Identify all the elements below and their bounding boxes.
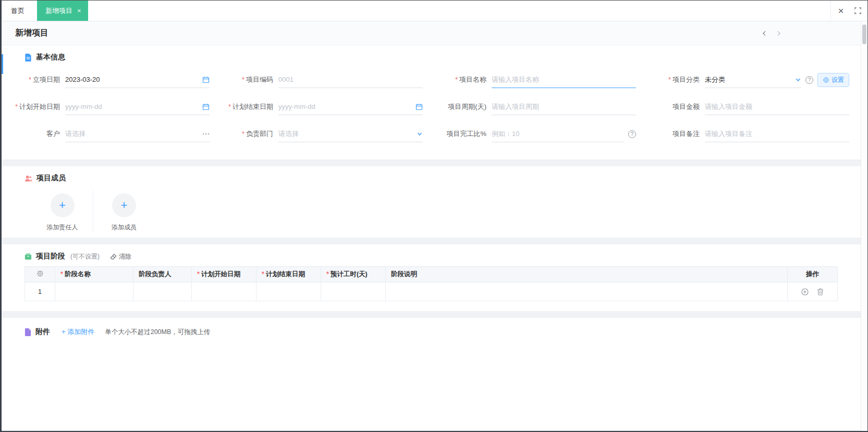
project-category-select[interactable]: 未分类 xyxy=(705,71,801,88)
window-close-icon[interactable]: × xyxy=(835,1,847,21)
basic-info-header: 基本信息 xyxy=(2,45,861,62)
customer-label: 客户 xyxy=(10,129,65,139)
stage-desc-input[interactable] xyxy=(389,285,784,299)
stage-end-input[interactable] xyxy=(260,285,317,299)
stage-end-header-label: 计划结束日期 xyxy=(262,270,305,278)
stages-title: 项目阶段 xyxy=(36,252,65,261)
project-name-input[interactable] xyxy=(492,76,636,83)
add-row-icon[interactable] xyxy=(801,288,809,295)
add-owner-button[interactable]: + xyxy=(51,193,75,217)
clear-icon xyxy=(110,253,117,260)
members-section: 项目成员 + 添加责任人 + 添加成员 xyxy=(2,166,861,238)
next-page-icon[interactable] xyxy=(776,30,782,36)
project-code-input[interactable] xyxy=(278,76,423,83)
completion-help-icon[interactable]: ? xyxy=(628,130,636,138)
tab-home[interactable]: 首页 xyxy=(2,1,34,21)
ellipsis-icon[interactable] xyxy=(202,133,210,135)
stage-hours-cell xyxy=(321,282,386,301)
project-category-value: 未分类 xyxy=(705,75,792,84)
completion-input[interactable] xyxy=(492,130,624,138)
stages-header: 项目阶段 (可不设置) 清除 xyxy=(2,244,861,261)
field-remark: 项目备注 xyxy=(650,126,849,142)
stage-table-header-row: 阶段名称 阶段负责人 计划开始日期 计划结束日期 预计工时(天) 阶段说明 操作 xyxy=(25,267,838,282)
box-icon xyxy=(25,253,32,260)
prev-page-icon[interactable] xyxy=(761,30,767,36)
chevron-down-icon[interactable] xyxy=(795,77,801,83)
stage-table-row: 1 xyxy=(25,282,838,301)
field-project-date: 立项日期 xyxy=(10,71,210,88)
project-date-input[interactable] xyxy=(65,76,199,83)
stage-end-header: 计划结束日期 xyxy=(256,267,321,282)
stage-desc-header: 阶段说明 xyxy=(386,267,788,282)
plan-end-input[interactable] xyxy=(278,103,412,110)
basic-info-title: 基本信息 xyxy=(36,53,65,62)
row-index-cell: 1 xyxy=(25,282,55,301)
clear-stages-button[interactable]: 清除 xyxy=(110,252,131,261)
plan-start-input-wrap xyxy=(65,98,210,115)
project-name-label: 项目名称 xyxy=(436,75,492,84)
tab-new-project[interactable]: 新增项目 × xyxy=(37,1,88,21)
project-date-input-wrap xyxy=(65,71,210,88)
project-code-label: 项目编码 xyxy=(223,75,278,84)
gear-icon xyxy=(823,77,829,83)
customer-select[interactable]: 请选择 xyxy=(65,126,210,142)
stage-start-input[interactable] xyxy=(195,285,253,299)
attachments-section: 附件 + 添加附件 单个大小不超过200MB，可拖拽上传 xyxy=(2,318,861,430)
project-name-input-wrap xyxy=(492,71,636,88)
stage-start-header-label: 计划开始日期 xyxy=(197,270,240,278)
period-input[interactable] xyxy=(492,103,636,110)
window-fullscreen-icon[interactable] xyxy=(852,1,863,21)
plan-end-input-wrap xyxy=(278,98,423,115)
plan-end-label: 计划结束日期 xyxy=(223,102,278,112)
amount-input[interactable] xyxy=(705,103,849,110)
clear-label: 清除 xyxy=(119,252,131,261)
calendar-icon[interactable] xyxy=(202,103,210,110)
field-project-name: 项目名称 xyxy=(436,71,636,88)
stage-name-input[interactable] xyxy=(58,285,130,299)
field-customer: 客户 请选择 xyxy=(10,126,210,142)
stage-hours-input[interactable] xyxy=(324,285,382,299)
basic-info-fields: 立项日期 项目编码 项目名称 xyxy=(2,62,861,157)
department-select[interactable]: 请选择 xyxy=(278,126,423,142)
scrollbar[interactable] xyxy=(861,22,867,431)
field-plan-start: 计划开始日期 xyxy=(10,98,210,115)
category-help-icon[interactable]: ? xyxy=(805,76,813,84)
tab-bar-spacer xyxy=(88,1,830,21)
add-owner-block: + 添加责任人 xyxy=(32,190,93,232)
document-icon xyxy=(25,54,32,61)
stages-optional-note: (可不设置) xyxy=(70,252,100,261)
stage-ops-header: 操作 xyxy=(788,267,838,282)
add-attachment-button[interactable]: + 添加附件 xyxy=(62,327,94,337)
calendar-icon[interactable] xyxy=(202,76,210,83)
add-member-label: 添加成员 xyxy=(112,223,137,232)
remark-input[interactable] xyxy=(705,130,849,138)
plan-start-input[interactable] xyxy=(65,103,199,110)
stage-desc-cell xyxy=(386,282,788,301)
attachments-title: 附件 xyxy=(35,327,50,337)
calendar-icon[interactable] xyxy=(415,103,423,110)
add-owner-label: 添加责任人 xyxy=(47,223,78,232)
delete-row-icon[interactable] xyxy=(817,288,824,295)
stage-name-header-label: 阶段名称 xyxy=(60,270,91,278)
add-member-button[interactable]: + xyxy=(112,193,136,217)
tab-new-project-label: 新增项目 xyxy=(45,6,72,16)
attachments-header: 附件 + 添加附件 单个大小不超过200MB，可拖拽上传 xyxy=(2,318,861,337)
completion-input-wrap xyxy=(492,126,624,142)
category-settings-button[interactable]: 设置 xyxy=(817,73,849,87)
sidebar-active-indicator xyxy=(2,54,3,74)
members-title: 项目成员 xyxy=(36,174,66,183)
department-placeholder: 请选择 xyxy=(278,129,413,139)
project-category-label: 项目分类 xyxy=(650,75,705,84)
scrollbar-thumb[interactable] xyxy=(862,24,866,44)
stage-start-header: 计划开始日期 xyxy=(192,267,256,282)
page-title: 新增项目 xyxy=(15,28,48,39)
stage-hours-header-label: 预计工时(天) xyxy=(326,270,368,278)
stage-name-header: 阶段名称 xyxy=(55,267,133,282)
window-controls: × xyxy=(830,1,867,21)
attachment-hint: 单个大小不超过200MB，可拖拽上传 xyxy=(105,328,210,337)
gear-icon[interactable] xyxy=(36,270,44,277)
tab-bar: 首页 新增项目 × × xyxy=(2,1,867,21)
stage-owner-input[interactable] xyxy=(137,285,188,299)
tab-close-icon[interactable]: × xyxy=(77,7,81,14)
chevron-down-icon[interactable] xyxy=(417,131,423,137)
